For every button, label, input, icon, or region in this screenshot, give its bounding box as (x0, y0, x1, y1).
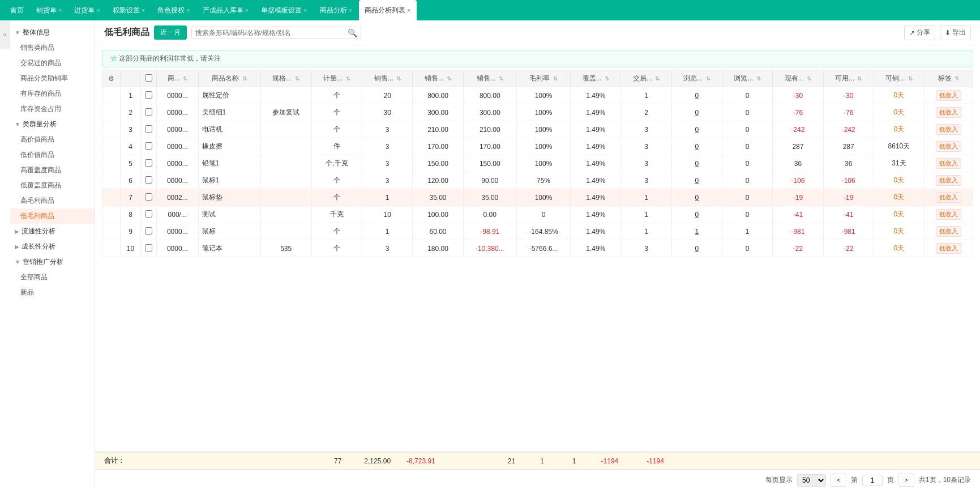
nav-close-goods-analysis[interactable]: × (349, 7, 352, 14)
next-page-btn[interactable]: ＞ (898, 474, 914, 487)
nav-close-permission[interactable]: × (142, 7, 145, 14)
search-input[interactable] (195, 29, 348, 37)
sidebar-item-all-goods[interactable]: 全部商品 (10, 270, 95, 285)
th-transaction[interactable]: 交易... ⇅ (621, 70, 671, 87)
nav-purchase[interactable]: 进货单 × (69, 0, 105, 20)
td-view1[interactable]: 0 (671, 104, 722, 121)
td-check[interactable] (141, 206, 157, 223)
nav-sales[interactable]: 销货单 × (31, 0, 67, 20)
td-check[interactable] (141, 104, 157, 121)
sidebar-group-cluster[interactable]: ▼ 类群量分析 (10, 117, 95, 132)
sidebar-group-circulation[interactable]: ▶ 流通性分析 (10, 224, 95, 239)
sidebar-group-overall[interactable]: ▼ 整体信息 (10, 25, 95, 40)
td-view1[interactable]: 0 (671, 189, 722, 206)
sidebar-collapse-btn[interactable]: « (0, 20, 10, 49)
th-coverage[interactable]: 覆盖... ⇅ (571, 70, 621, 87)
td-check[interactable] (141, 172, 157, 189)
th-check[interactable] (141, 70, 157, 87)
row-checkbox[interactable] (145, 176, 152, 184)
nav-product-entry[interactable]: 产成品入库单 × (197, 0, 254, 20)
sidebar-group-growth[interactable]: ▶ 成长性分析 (10, 239, 95, 254)
td-code: 0002... (157, 189, 199, 206)
td-check[interactable] (141, 189, 157, 206)
per-page-select[interactable]: 50 20 100 (797, 474, 826, 487)
row-checkbox[interactable] (145, 159, 152, 167)
td-code: 0000... (157, 138, 199, 155)
row-checkbox[interactable] (145, 227, 152, 235)
prev-page-btn[interactable]: ＜ (831, 474, 846, 487)
row-checkbox[interactable] (145, 210, 152, 218)
th-view1[interactable]: 浏览... ⇅ (671, 70, 722, 87)
search-box[interactable]: 🔍 (191, 27, 361, 39)
td-check[interactable] (141, 87, 157, 104)
nav-close-sales[interactable]: × (58, 7, 62, 14)
th-sales-price[interactable]: 销售... ⇅ (413, 70, 463, 87)
nav-goods-analysis-list[interactable]: 商品分析列表 × (359, 0, 416, 20)
th-name[interactable]: 商品名称 ⇅ (198, 70, 260, 87)
select-all-checkbox[interactable] (145, 74, 152, 82)
th-available[interactable]: 可用... ⇅ (823, 70, 874, 87)
sidebar-group-marketing[interactable]: ▼ 营销推广分析 (10, 254, 95, 270)
td-check[interactable] (141, 240, 157, 257)
th-settings[interactable]: ⚙ (102, 70, 121, 87)
search-icon[interactable]: 🔍 (348, 28, 357, 37)
sidebar-item-high-coverage[interactable]: 高覆盖度商品 (10, 163, 95, 178)
sidebar-item-traded-goods[interactable]: 交易过的商品 (10, 56, 95, 71)
td-check[interactable] (141, 138, 157, 155)
sidebar-item-capital[interactable]: 库存资金占用 (10, 101, 95, 117)
sidebar-item-sales-goods[interactable]: 销售类商品 (10, 40, 95, 56)
page-input[interactable] (862, 475, 883, 486)
export-button[interactable]: ⬇ 导出 (940, 25, 971, 40)
nav-close-product-entry[interactable]: × (245, 7, 249, 14)
table-wrapper[interactable]: ⚙ 商... ⇅ 商品名称 ⇅ 规格... ⇅ 计量... ⇅ 销售... ⇅ … (102, 70, 973, 451)
th-view2[interactable]: 浏览... ⇅ (722, 70, 772, 87)
nav-goods-analysis[interactable]: 商品分析 × (314, 0, 358, 20)
sidebar-item-new-goods[interactable]: 新品 (10, 285, 95, 300)
th-tag[interactable]: 标签 ⇅ (925, 70, 973, 87)
row-checkbox[interactable] (145, 142, 152, 150)
td-view1[interactable]: 0 (671, 121, 722, 138)
tab-recent-month[interactable]: 近一月 (154, 25, 187, 40)
row-checkbox[interactable] (145, 193, 152, 201)
nav-close-template[interactable]: × (303, 7, 307, 14)
td-view1[interactable]: 0 (671, 138, 722, 155)
nav-home[interactable]: 首页 (5, 0, 29, 20)
th-spec[interactable]: 规格... ⇅ (260, 70, 311, 87)
nav-close-role[interactable]: × (186, 7, 190, 14)
sidebar-item-low-margin[interactable]: 低毛利商品 (10, 208, 95, 224)
th-sales-qty[interactable]: 销售... ⇅ (362, 70, 413, 87)
th-unit[interactable]: 计量... ⇅ (311, 70, 362, 87)
td-available: -981 (823, 223, 874, 240)
td-check[interactable] (141, 155, 157, 172)
nav-template[interactable]: 单据模板设置 × (255, 0, 313, 20)
td-check[interactable] (141, 121, 157, 138)
nav-permission[interactable]: 权限设置 × (107, 0, 151, 20)
nav-close-goods-analysis-list[interactable]: × (407, 7, 410, 14)
td-sales-amount: 150.00 (463, 155, 516, 172)
th-saleable[interactable]: 可销... ⇅ (874, 70, 924, 87)
td-check[interactable] (141, 223, 157, 240)
td-view1[interactable]: 0 (671, 155, 722, 172)
sidebar-item-inventory-goods[interactable]: 有库存的商品 (10, 86, 95, 101)
sidebar-item-high-value[interactable]: 高价值商品 (10, 132, 95, 147)
td-view1[interactable]: 0 (671, 240, 722, 257)
td-view1[interactable]: 1 (671, 223, 722, 240)
td-view1[interactable]: 0 (671, 206, 722, 223)
row-checkbox[interactable] (145, 108, 152, 116)
nav-close-purchase[interactable]: × (96, 7, 100, 14)
th-code[interactable]: 商... ⇅ (157, 70, 199, 87)
td-view1[interactable]: 0 (671, 172, 722, 189)
td-view1[interactable]: 0 (671, 87, 722, 104)
sidebar-item-category-rate[interactable]: 商品分类助销率 (10, 71, 95, 86)
row-checkbox[interactable] (145, 125, 152, 133)
th-gross-rate[interactable]: 毛利率 ⇅ (516, 70, 570, 87)
sidebar-item-high-margin[interactable]: 高毛利商品 (10, 193, 95, 208)
row-checkbox[interactable] (145, 244, 152, 252)
sidebar-item-low-coverage[interactable]: 低覆盖度商品 (10, 178, 95, 193)
sidebar-item-low-value[interactable]: 低价值商品 (10, 147, 95, 163)
th-current[interactable]: 现有... ⇅ (773, 70, 823, 87)
th-sales-amount[interactable]: 销售... ⇅ (463, 70, 516, 87)
nav-role[interactable]: 角色授权 × (152, 0, 195, 20)
share-button[interactable]: ↗ 分享 (904, 25, 935, 40)
row-checkbox[interactable] (145, 91, 152, 99)
